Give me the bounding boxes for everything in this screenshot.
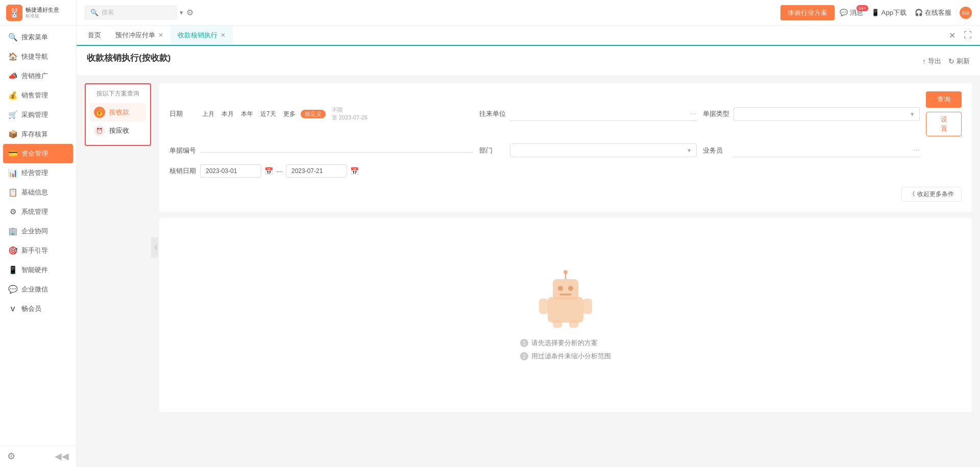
- refresh-button[interactable]: ↻ 刷新: [948, 57, 970, 66]
- date-last-7days[interactable]: 近7天: [258, 109, 278, 119]
- date-custom-tag[interactable]: 自定义: [301, 110, 326, 118]
- department-select[interactable]: ▾: [510, 143, 696, 157]
- date-separator: —: [276, 167, 283, 175]
- svg-rect-0: [548, 297, 583, 323]
- tab-expand-button[interactable]: ⛶: [962, 29, 974, 42]
- date-display: 不限 至 2023-07-26: [332, 106, 368, 121]
- export-button[interactable]: ↑ 导出: [922, 57, 941, 66]
- logo-icon: 🐰: [6, 5, 22, 21]
- date-more[interactable]: 更多: [281, 109, 298, 119]
- date-to: 至 2023-07-26: [332, 114, 368, 121]
- staff-input[interactable]: ···: [733, 143, 920, 157]
- logo-text-group: 畅捷通好生意 标准版: [26, 6, 59, 19]
- marketing-icon: 📣: [8, 71, 17, 81]
- sidebar-item-enterprise-label: 企业协同: [21, 227, 48, 236]
- date-this-month[interactable]: 本月: [219, 109, 236, 119]
- topbar-search-area: 🔍 搜索 ▾ ⚙: [85, 6, 775, 19]
- staff-dots-icon[interactable]: ···: [913, 145, 920, 155]
- user-avatar: Rit: [960, 7, 972, 19]
- collapse-more-button[interactable]: 《 收起更多条件: [901, 187, 962, 202]
- filter-panel-collapse-button[interactable]: 《: [151, 237, 158, 258]
- topbar-dropdown-icon[interactable]: ▾: [180, 9, 183, 16]
- industry-solution-button[interactable]: 体验行业方案: [780, 5, 835, 20]
- hint-num-1: 1: [520, 339, 528, 347]
- writeoff-date-start-calendar-icon[interactable]: 📅: [264, 167, 273, 175]
- sidebar-item-system[interactable]: ⚙ 系统管理: [0, 202, 76, 222]
- export-label: 导出: [928, 57, 941, 66]
- sidebar-item-sales[interactable]: 💰 销售管理: [0, 86, 76, 105]
- tab-close-all-button[interactable]: ✕: [947, 29, 958, 42]
- filter-option-by-receivable[interactable]: ⏰ 按应收: [90, 121, 146, 140]
- doc-no-field: 单据编号: [169, 146, 473, 155]
- filter-option-by-receipt[interactable]: 💰 按收款: [90, 103, 146, 121]
- sidebar-item-search[interactable]: 🔍 搜索菜单: [0, 28, 76, 47]
- writeoff-date-start-input[interactable]: [200, 164, 261, 178]
- system-icon: ⚙: [8, 207, 17, 216]
- counterparty-dots-icon[interactable]: ···: [690, 109, 696, 118]
- sidebar-collapse-icon[interactable]: ◀◀: [55, 451, 69, 462]
- topbar: 🔍 搜索 ▾ ⚙ 体验行业方案 💬 消息 99+ 📱 App下载 🎧 在线客服 …: [77, 0, 980, 26]
- staff-field: 业务员 ···: [703, 143, 920, 157]
- filter-option-by-receivable-label: 按应收: [109, 126, 129, 135]
- query-buttons: 查询 设置: [926, 91, 962, 136]
- sidebar-item-wechat-label: 企业微信: [21, 285, 48, 294]
- svg-point-2: [558, 286, 563, 291]
- sidebar-item-guide-label: 新手引导: [21, 246, 48, 255]
- collapse-more-area: 《 收起更多条件: [169, 185, 962, 204]
- sidebar-item-wechat[interactable]: 💬 企业微信: [0, 280, 76, 299]
- svg-rect-4: [559, 293, 572, 296]
- tab-home[interactable]: 首页: [81, 26, 108, 46]
- svg-rect-7: [553, 320, 562, 328]
- sidebar-item-hardware[interactable]: 📱 智能硬件: [0, 260, 76, 280]
- page-body: 按以下方案查询 💰 按收款 ⏰ 按应收 《: [77, 75, 980, 420]
- tab-receivable-writeoff-close-icon[interactable]: ✕: [220, 32, 226, 39]
- doc-type-label: 单据类型: [703, 109, 729, 118]
- topbar-gear-icon[interactable]: ⚙: [186, 8, 193, 17]
- sidebar-item-quick-nav[interactable]: 🏠 快捷导航: [0, 47, 76, 66]
- writeoff-date-end-input[interactable]: [286, 164, 347, 178]
- sidebar-item-member-label: 畅会员: [21, 304, 41, 313]
- tab-prepay-close-icon[interactable]: ✕: [158, 32, 163, 39]
- sidebar-item-finance[interactable]: 💳 资金管理: [3, 144, 73, 163]
- sidebar-item-hardware-label: 智能硬件: [21, 265, 48, 275]
- sidebar-item-operations[interactable]: 📊 经营管理: [0, 163, 76, 183]
- filter-panel-title: 按以下方案查询: [90, 89, 146, 98]
- page-header-bar: 收款核销执行(按收款) ↑ 导出 ↻ 刷新: [77, 46, 980, 75]
- department-label: 部门: [479, 146, 506, 155]
- topbar-search-box: 🔍 搜索: [85, 6, 177, 19]
- sidebar-item-purchase[interactable]: 🛒 采购管理: [0, 105, 76, 125]
- doc-type-dropdown-icon: ▾: [911, 110, 914, 118]
- sidebar-item-quick-nav-label: 快捷导航: [21, 52, 48, 61]
- online-service-link[interactable]: 🎧 在线客服: [915, 8, 951, 17]
- counterparty-input[interactable]: ···: [510, 107, 696, 121]
- tab-prepay[interactable]: 预付冲应付单 ✕: [108, 26, 170, 46]
- app-download-link[interactable]: 📱 App下载: [871, 8, 906, 17]
- date-this-year[interactable]: 本年: [239, 109, 255, 119]
- department-dropdown-icon: ▾: [688, 146, 691, 154]
- export-icon: ↑: [922, 57, 926, 65]
- sidebar-item-guide[interactable]: 🎯 新手引导: [0, 241, 76, 260]
- date-last-month[interactable]: 上月: [200, 109, 216, 119]
- query-button[interactable]: 查询: [926, 91, 962, 108]
- sidebar-item-inventory[interactable]: 📦 库存核算: [0, 125, 76, 144]
- filter-panel: 按以下方案查询 💰 按收款 ⏰ 按应收: [85, 83, 151, 146]
- sidebar-item-basic-info[interactable]: 📋 基础信息: [0, 183, 76, 202]
- sidebar-item-search-label: 搜索菜单: [21, 33, 48, 42]
- date-field: 日期 上月 本月 本年 近7天 更多 自定义 不限 至: [169, 106, 473, 121]
- doc-type-select[interactable]: ▾: [733, 107, 920, 121]
- settings-gear-icon[interactable]: ⚙: [7, 451, 15, 462]
- form-row-1: 日期 上月 本月 本年 近7天 更多 自定义 不限 至: [169, 91, 962, 136]
- sidebar-item-enterprise[interactable]: 🏢 企业协同: [0, 222, 76, 241]
- doc-no-input[interactable]: [200, 148, 473, 153]
- sidebar-item-marketing[interactable]: 📣 营销推广: [0, 66, 76, 86]
- message-badge[interactable]: 💬 消息 99+: [840, 8, 863, 17]
- empty-hint-2: 2 用过滤条件来缩小分析范围: [520, 352, 611, 361]
- settings-button[interactable]: 设置: [926, 112, 962, 136]
- user-profile[interactable]: Rit: [960, 7, 972, 19]
- sidebar-item-purchase-label: 采购管理: [21, 110, 48, 119]
- writeoff-date-end-calendar-icon[interactable]: 📅: [350, 167, 359, 175]
- sidebar-item-marketing-label: 营销推广: [21, 71, 48, 81]
- message-icon: 💬: [840, 9, 848, 16]
- sidebar-item-member[interactable]: V 畅会员: [0, 299, 76, 318]
- tab-receivable-writeoff[interactable]: 收款核销执行 ✕: [170, 26, 233, 46]
